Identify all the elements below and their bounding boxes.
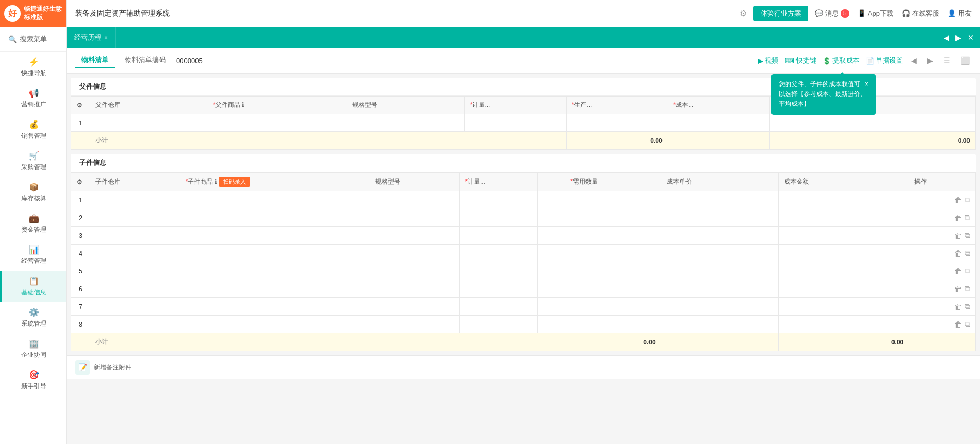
- child-cell-product[interactable]: [180, 262, 370, 280]
- child-cell-warehouse[interactable]: [90, 209, 180, 227]
- copy-icon[interactable]: ⧉: [965, 196, 970, 205]
- child-cell-unit[interactable]: [460, 227, 537, 245]
- child-cell-unit-cost[interactable]: [661, 262, 751, 280]
- child-cell-warehouse[interactable]: [90, 245, 180, 262]
- tab-经营历程[interactable]: 经营历程×: [67, 27, 116, 48]
- child-cell-unit[interactable]: [460, 316, 537, 333]
- extract-cost-action[interactable]: 💲 提取成本: [823, 56, 860, 65]
- child-cell-spec[interactable]: [370, 316, 460, 333]
- child-cell-product[interactable]: [180, 280, 370, 298]
- child-cell-spec[interactable]: [370, 191, 460, 209]
- sidebar-item-basic[interactable]: 📋基础信息: [0, 271, 66, 302]
- parent-cell-spec[interactable]: [347, 114, 464, 132]
- parent-cell-production[interactable]: [566, 114, 668, 132]
- sub-prev-button[interactable]: ◀: [909, 55, 919, 66]
- tab-close-icon[interactable]: ×: [104, 34, 108, 41]
- sidebar-item-sales[interactable]: 💰销售管理: [0, 114, 66, 146]
- child-cell-qty[interactable]: [565, 191, 661, 209]
- doc-settings-action[interactable]: 📄 单据设置: [866, 56, 903, 65]
- child-cell-product[interactable]: [180, 298, 370, 316]
- sub-expand-button[interactable]: ⬜: [959, 55, 972, 66]
- child-cell-warehouse[interactable]: [90, 298, 180, 316]
- child-cell-warehouse[interactable]: [90, 191, 180, 209]
- trial-button[interactable]: 体验行业方案: [753, 6, 808, 21]
- parent-cell-unit[interactable]: [464, 114, 566, 132]
- child-cell-qty[interactable]: [565, 298, 661, 316]
- delete-icon[interactable]: 🗑: [954, 267, 962, 275]
- child-cell-spec[interactable]: [370, 262, 460, 280]
- search-menu-button[interactable]: 🔍 搜索菜单: [4, 31, 62, 47]
- scan-input-button[interactable]: 扫码录入: [219, 177, 250, 187]
- copy-icon[interactable]: ⧉: [965, 320, 970, 329]
- sidebar-item-finance[interactable]: 💼资金管理: [0, 208, 66, 239]
- add-note-label[interactable]: 新增备注附件: [94, 363, 131, 372]
- parent-th-settings[interactable]: ⚙: [71, 97, 90, 114]
- copy-icon[interactable]: ⧉: [965, 302, 970, 311]
- child-cell-qty[interactable]: [565, 280, 661, 298]
- child-cell-warehouse[interactable]: [90, 280, 180, 298]
- user-menu-button[interactable]: 👤 用友: [948, 9, 972, 18]
- child-cell-spec[interactable]: [370, 245, 460, 262]
- child-cell-unit[interactable]: [460, 209, 537, 227]
- message-button[interactable]: 💬 消息 5: [815, 9, 849, 18]
- copy-icon[interactable]: ⧉: [965, 249, 970, 258]
- child-cell-warehouse[interactable]: [90, 227, 180, 245]
- child-cell-product[interactable]: [180, 227, 370, 245]
- app-download-button[interactable]: 📱 App下载: [858, 9, 893, 18]
- delete-icon[interactable]: 🗑: [954, 285, 962, 293]
- child-th-settings[interactable]: ⚙: [71, 173, 90, 191]
- child-cell-unit[interactable]: [460, 245, 537, 262]
- sidebar-item-purchase[interactable]: 🛒采购管理: [0, 146, 66, 177]
- child-cell-qty[interactable]: [565, 262, 661, 280]
- child-cell-warehouse[interactable]: [90, 316, 180, 333]
- delete-icon[interactable]: 🗑: [954, 196, 962, 205]
- child-cell-product[interactable]: [180, 316, 370, 333]
- sub-tab-bom[interactable]: 物料清单: [75, 53, 115, 68]
- child-cell-qty[interactable]: [565, 316, 661, 333]
- child-cell-unit[interactable]: [460, 298, 537, 316]
- parent-cell-warehouse[interactable]: [90, 114, 207, 132]
- child-cell-unit-cost[interactable]: [661, 209, 751, 227]
- child-cell-qty[interactable]: [565, 245, 661, 262]
- sub-tab-code[interactable]: 物料清单编码: [119, 53, 172, 68]
- child-cell-unit-cost[interactable]: [661, 298, 751, 316]
- sidebar-item-system[interactable]: ⚙️系统管理: [0, 302, 66, 333]
- child-cell-unit[interactable]: [460, 191, 537, 209]
- parent-cell-cost[interactable]: [668, 114, 769, 132]
- copy-icon[interactable]: ⧉: [965, 231, 970, 240]
- child-cell-spec[interactable]: [370, 280, 460, 298]
- shortcut-action[interactable]: ⌨ 快捷键: [785, 56, 816, 65]
- tooltip-close-button[interactable]: ×: [865, 79, 868, 89]
- child-cell-warehouse[interactable]: [90, 262, 180, 280]
- child-cell-spec[interactable]: [370, 209, 460, 227]
- child-cell-product[interactable]: [180, 245, 370, 262]
- child-cell-unit[interactable]: [460, 262, 537, 280]
- sidebar-item-inventory[interactable]: 📦库存核算: [0, 177, 66, 208]
- copy-icon[interactable]: ⧉: [965, 213, 970, 222]
- delete-icon[interactable]: 🗑: [954, 320, 962, 329]
- delete-icon[interactable]: 🗑: [954, 249, 962, 258]
- sidebar-item-guide[interactable]: 🎯新手引导: [0, 365, 66, 396]
- online-service-button[interactable]: 🎧 在线客服: [902, 9, 939, 18]
- sidebar-item-operation[interactable]: 📊经营管理: [0, 239, 66, 271]
- parent-cell-product[interactable]: [207, 114, 347, 132]
- delete-icon[interactable]: 🗑: [954, 232, 962, 240]
- video-action[interactable]: ▶ 视频: [758, 56, 778, 65]
- child-cell-spec[interactable]: [370, 298, 460, 316]
- tab-next-button[interactable]: ▶: [953, 32, 963, 43]
- copy-icon[interactable]: ⧉: [965, 284, 970, 293]
- child-cell-unit[interactable]: [460, 280, 537, 298]
- child-cell-unit-cost[interactable]: [661, 245, 751, 262]
- sidebar-item-marketing[interactable]: 📢营销推广: [0, 83, 66, 114]
- copy-icon[interactable]: ⧉: [965, 267, 970, 275]
- tab-close-all-button[interactable]: ✕: [965, 32, 976, 43]
- child-cell-qty[interactable]: [565, 209, 661, 227]
- child-cell-qty[interactable]: [565, 227, 661, 245]
- child-cell-unit-cost[interactable]: [661, 316, 751, 333]
- child-cell-product[interactable]: [180, 209, 370, 227]
- sidebar-item-enterprise[interactable]: 🏢企业协同: [0, 333, 66, 365]
- child-cell-product[interactable]: [180, 191, 370, 209]
- child-cell-unit-cost[interactable]: [661, 280, 751, 298]
- sidebar-item-quick-nav[interactable]: ⚡快捷导航: [0, 52, 66, 83]
- gear-icon[interactable]: ⚙: [740, 8, 747, 18]
